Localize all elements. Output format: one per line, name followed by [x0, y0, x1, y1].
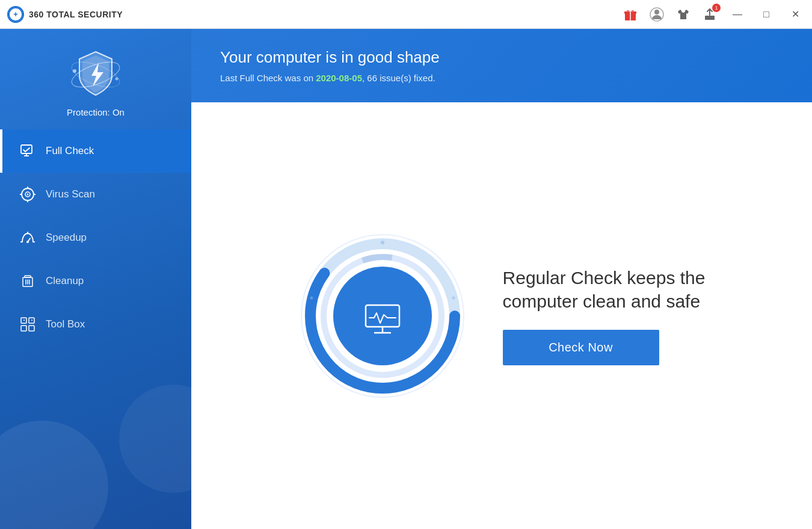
sidebar-item-virus-scan[interactable]: Virus Scan — [0, 173, 191, 216]
tagline-line2: computer clean and safe — [503, 291, 701, 311]
sidebar-item-speedup[interactable]: Speedup — [0, 216, 191, 259]
notification-badge: 1 — [712, 4, 721, 12]
svg-point-26 — [26, 241, 29, 243]
sidebar-label-virus-scan: Virus Scan — [46, 188, 95, 200]
svg-point-48 — [381, 241, 384, 244]
app-logo-icon: + — [7, 6, 24, 23]
svg-point-10 — [73, 69, 76, 73]
last-check-prefix: Last Full Check was on — [220, 73, 316, 83]
cleanup-icon — [19, 273, 36, 289]
main-container: Protection: On Full Check — [0, 29, 812, 529]
maximize-button[interactable]: □ — [757, 5, 776, 24]
sidebar-item-cleanup[interactable]: Cleanup — [0, 259, 191, 303]
logo-section: Protection: On — [0, 29, 191, 129]
gift-icon[interactable] — [622, 6, 639, 23]
shirt-icon[interactable] — [675, 6, 692, 23]
svg-point-11 — [115, 78, 118, 81]
tagline: Regular Check keeps the computer clean a… — [503, 266, 706, 313]
speedup-icon — [19, 229, 36, 246]
tagline-line1: Regular Check keeps the — [503, 268, 706, 288]
content-body: Regular Check keeps the computer clean a… — [191, 102, 812, 529]
svg-rect-35 — [29, 326, 34, 331]
last-check-text: Last Full Check was on 2020-08-05, 66 is… — [220, 73, 783, 83]
sidebar-label-tool-box: Tool Box — [46, 318, 85, 330]
svg-point-44 — [333, 267, 432, 365]
titlebar: + 360 TOTAL SECURITY — [0, 0, 812, 29]
toolbox-icon — [19, 316, 36, 333]
sidebar-label-speedup: Speedup — [46, 232, 87, 244]
last-check-date: 2020-08-05 — [316, 73, 362, 83]
sidebar: Protection: On Full Check — [0, 29, 191, 529]
sidebar-item-full-check[interactable]: Full Check — [0, 129, 191, 173]
minimize-button[interactable]: — — [728, 5, 747, 24]
shield-logo-icon — [69, 46, 123, 100]
svg-rect-7 — [705, 16, 715, 20]
svg-point-50 — [310, 296, 313, 299]
svg-point-49 — [452, 296, 455, 299]
svg-rect-12 — [21, 145, 32, 153]
app-title: 360 TOTAL SECURITY — [29, 10, 123, 19]
user-icon[interactable] — [648, 6, 665, 23]
donut-chart — [298, 232, 467, 400]
check-now-button[interactable]: Check Now — [503, 330, 659, 365]
svg-point-21 — [27, 194, 29, 196]
virus-scan-icon — [19, 186, 36, 203]
sidebar-label-full-check: Full Check — [46, 145, 94, 157]
upload-icon[interactable]: 1 — [701, 6, 718, 23]
sidebar-label-cleanup: Cleanup — [46, 275, 84, 287]
status-title: Your computer is in good shape — [220, 48, 783, 67]
svg-rect-34 — [21, 326, 26, 331]
content-right: Regular Check keeps the computer clean a… — [503, 266, 706, 365]
content-area: Your computer is in good shape Last Full… — [191, 29, 812, 529]
svg-point-5 — [654, 10, 659, 14]
full-check-icon — [19, 143, 36, 159]
donut-svg — [298, 232, 467, 400]
sidebar-item-tool-box[interactable]: Tool Box — [0, 303, 191, 346]
close-button[interactable]: ✕ — [786, 5, 805, 24]
protection-status: Protection: On — [67, 107, 125, 117]
content-header: Your computer is in good shape Last Full… — [191, 29, 812, 102]
svg-text:+: + — [13, 9, 18, 18]
titlebar-right: 1 — □ ✕ — [622, 5, 805, 24]
last-check-suffix: , 66 issue(s) fixed. — [362, 73, 435, 83]
titlebar-left: + 360 TOTAL SECURITY — [7, 6, 123, 23]
